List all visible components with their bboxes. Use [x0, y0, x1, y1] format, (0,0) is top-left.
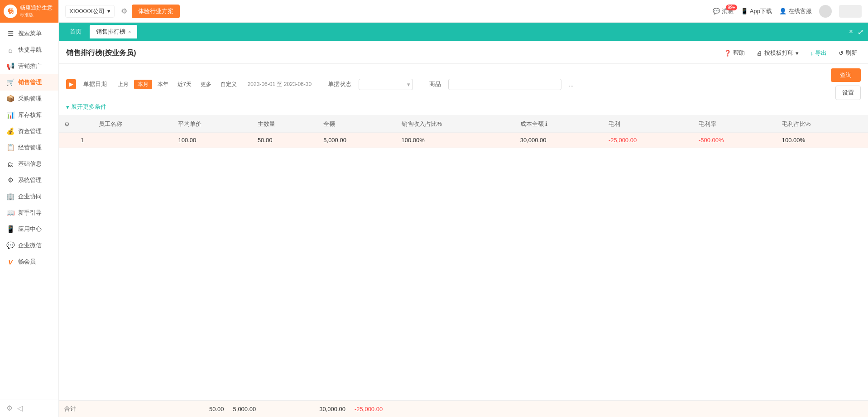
- company-selector[interactable]: XXXXXX公司 ▾: [65, 5, 115, 18]
- inventory-icon: 📊: [6, 111, 14, 119]
- sidebar-item-system[interactable]: ⚙ 系统管理: [0, 172, 58, 188]
- sidebar-item-basic-info[interactable]: 🗂 基础信息: [0, 156, 58, 172]
- cell-gross-margin: -500.00%: [693, 133, 777, 148]
- cell-cost-amount: 30,000.00: [515, 133, 603, 148]
- user-avatar[interactable]: [819, 5, 832, 18]
- refresh-btn[interactable]: ↺ 刷新: [835, 47, 861, 59]
- app-download-btn[interactable]: 📱 App下载: [741, 7, 772, 15]
- page-inner: 销售排行榜(按业务员) ❓ 帮助 🖨 按模板打印 ▾ ↓ 导出: [59, 41, 868, 417]
- tab-close-icon[interactable]: ×: [128, 29, 131, 34]
- more-dots[interactable]: ...: [569, 81, 574, 88]
- system-icon: ⚙: [6, 176, 14, 184]
- col-gross-profit: 毛利: [603, 116, 693, 133]
- service-icon: 👤: [779, 8, 786, 14]
- tab-bar-right: × ⤢: [849, 28, 863, 36]
- tab-sales-ranking[interactable]: 销售排行榜 ×: [90, 25, 137, 38]
- date-btn-more[interactable]: 更多: [197, 80, 215, 89]
- col-avg-price: 平均单价: [173, 116, 252, 133]
- table-wrap: ⚙ 员工名称 平均单价 主数量 全额 销售收入占比% 成本全额 ℹ 毛利: [59, 116, 868, 400]
- table-header-row: ⚙ 员工名称 平均单价 主数量 全额 销售收入占比% 成本全额 ℹ 毛利: [59, 116, 868, 133]
- date-btn-this-month[interactable]: 本月: [134, 80, 152, 89]
- col-settings-icon: ⚙: [64, 121, 70, 128]
- date-range-text: 2023-06-01 至 2023-06-30: [248, 81, 312, 88]
- date-btn-last-month[interactable]: 上月: [114, 80, 132, 89]
- query-button[interactable]: 查询: [831, 68, 861, 82]
- download-icon: 📱: [741, 8, 748, 14]
- sidebar-item-marketing[interactable]: 📢 营销推广: [0, 58, 58, 74]
- cell-sales-pct: 100.00%: [396, 133, 515, 148]
- filter-row-1: ▶ 单据日期 上月 本月 本年 近7天 更多 自定义 2023-06-01 至 …: [66, 68, 861, 100]
- user-avatar-2[interactable]: [839, 5, 862, 18]
- table-footer: 合计 50.00 5,000.00 30,000.00 -25,000.00: [59, 400, 868, 417]
- col-rank: [75, 116, 93, 133]
- sidebar-item-member[interactable]: V 畅会员: [0, 254, 58, 270]
- tab-home[interactable]: 首页: [63, 24, 88, 39]
- sidebar-footer: ⚙ ◁: [0, 399, 58, 417]
- cell-employee: [93, 133, 173, 148]
- settings-button[interactable]: 设置: [835, 86, 861, 100]
- sidebar-item-search-order[interactable]: ☰ 搜索菜单: [0, 25, 58, 42]
- footer-label: 合计: [64, 405, 101, 413]
- sidebar-item-enterprise[interactable]: 🏢 企业协同: [0, 188, 58, 205]
- app-logo: 畅: [4, 5, 17, 18]
- data-table: ⚙ 员工名称 平均单价 主数量 全额 销售收入占比% 成本全额 ℹ 毛利: [59, 116, 868, 148]
- status-select[interactable]: [359, 79, 413, 90]
- sidebar-item-guide[interactable]: 📖 新手引导: [0, 205, 58, 221]
- message-btn[interactable]: 💬 消息 99+: [713, 7, 734, 15]
- footer-collapse-icon[interactable]: ◁: [17, 404, 23, 412]
- col-gross-pct: 毛利占比%: [777, 116, 868, 133]
- date-label: 单据日期: [83, 80, 107, 88]
- operations-icon: 📋: [6, 144, 14, 152]
- print-btn[interactable]: 🖨 按模板打印 ▾: [753, 47, 802, 59]
- col-settings[interactable]: ⚙: [59, 116, 75, 133]
- sidebar-item-quick-nav[interactable]: ⌂ 快捷导航: [0, 42, 58, 58]
- cell-rank: 1: [75, 133, 93, 148]
- sidebar-item-wechat[interactable]: 💬 企业微信: [0, 237, 58, 254]
- goods-input[interactable]: [448, 79, 561, 90]
- export-btn[interactable]: ↓ 导出: [807, 47, 831, 59]
- col-sales-pct: 销售收入占比%: [396, 116, 515, 133]
- minimize-icon[interactable]: ×: [849, 28, 853, 36]
- basic-info-icon: 🗂: [6, 160, 14, 168]
- sidebar-item-purchase[interactable]: 📦 采购管理: [0, 91, 58, 107]
- member-icon: V: [6, 258, 14, 266]
- enterprise-icon: 🏢: [6, 192, 14, 201]
- footer-settings-icon[interactable]: ⚙: [6, 404, 13, 412]
- header-right: 💬 消息 99+ 📱 App下载 👤 在线客服: [713, 5, 862, 18]
- cell-settings: [59, 133, 75, 148]
- company-dropdown-icon: ▾: [107, 8, 110, 14]
- filter-expand-arrow[interactable]: ▶: [66, 79, 76, 89]
- col-amount: 全额: [318, 116, 396, 133]
- date-btn-this-year[interactable]: 本年: [154, 80, 172, 89]
- date-btn-custom[interactable]: 自定义: [217, 80, 240, 89]
- help-btn[interactable]: ❓ 帮助: [720, 47, 748, 59]
- expand-more-btn[interactable]: ▾ 展开更多条件: [66, 103, 861, 111]
- date-btn-7days[interactable]: 近7天: [174, 80, 195, 89]
- purchase-icon: 📦: [6, 95, 14, 103]
- header-settings-icon[interactable]: ⚙: [121, 7, 127, 15]
- online-service-btn[interactable]: 👤 在线客服: [779, 7, 812, 15]
- sidebar-item-finance[interactable]: 💰 资金管理: [0, 123, 58, 139]
- status-select-wrap: [359, 79, 413, 90]
- footer-cost-amount: 30,000.00: [319, 406, 345, 412]
- cell-quantity: 50.00: [252, 133, 318, 148]
- sidebar-item-operations[interactable]: 📋 经营管理: [0, 139, 58, 156]
- export-icon: ↓: [810, 50, 814, 57]
- sidebar-item-inventory[interactable]: 📊 库存核算: [0, 107, 58, 123]
- expand-icon: ▾: [66, 104, 69, 110]
- page-content: 销售排行榜(按业务员) ❓ 帮助 🖨 按模板打印 ▾ ↓ 导出: [59, 41, 868, 417]
- maximize-icon[interactable]: ⤢: [858, 28, 863, 36]
- goods-label: 商品: [429, 80, 441, 88]
- sidebar: 畅 畅康通好生意 标准版 ☰ 搜索菜单 ⌂ 快捷导航 📢 营销推广 🛒 销售管理…: [0, 0, 59, 417]
- sidebar-item-sales[interactable]: 🛒 销售管理: [0, 74, 58, 91]
- status-label: 单据状态: [328, 80, 351, 88]
- sidebar-item-app-center[interactable]: 📱 应用中心: [0, 221, 58, 237]
- wechat-icon: 💬: [6, 241, 14, 249]
- trial-button[interactable]: 体验行业方案: [132, 5, 180, 18]
- refresh-icon: ↺: [839, 50, 844, 57]
- help-icon: ❓: [724, 50, 731, 57]
- sidebar-header: 畅 畅康通好生意 标准版: [0, 0, 58, 23]
- message-icon: 💬: [713, 8, 720, 14]
- page-header: 销售排行榜(按业务员) ❓ 帮助 🖨 按模板打印 ▾ ↓ 导出: [59, 41, 868, 64]
- top-header: XXXXXX公司 ▾ ⚙ 体验行业方案 💬 消息 99+ 📱 App下载 👤 在…: [59, 0, 868, 23]
